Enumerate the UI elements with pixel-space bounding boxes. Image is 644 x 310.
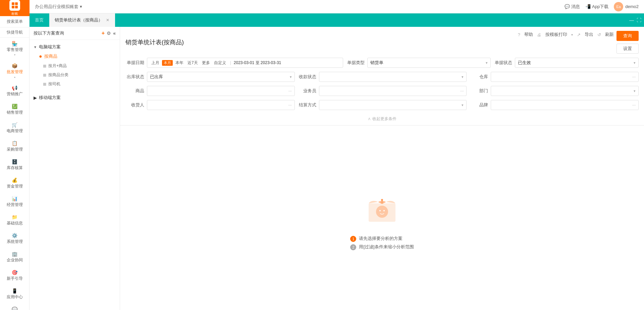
scanner-icon: ▦ <box>43 82 46 86</box>
brand-label: 品牌 <box>469 102 488 108</box>
collapse-panel-btn[interactable]: « <box>113 31 116 36</box>
sidebar-item-purchase[interactable]: 📋 采购管理 <box>0 137 29 156</box>
page-title: 销货单统计表(按商品) <box>125 38 184 46</box>
month-product-icon: ▦ <box>43 64 46 68</box>
add-scheme-btn[interactable]: + <box>102 30 105 36</box>
filter-row-4: 收货人 ··· 结算方式 ▾ 品牌 <box>125 100 639 110</box>
main-area: 办公用品行业模拟账套 ▾ 💬 消息 📲 App下载 Ea demo2 首页 销货… <box>30 0 644 310</box>
sidebar-item-marketing[interactable]: 📢 营销推广 <box>0 82 29 100</box>
user-profile[interactable]: Ea demo2 <box>614 2 639 11</box>
sidebar-item-retail[interactable]: 🏪 零售管理 ▾ <box>0 38 29 60</box>
sidebar-operations-label: 经营管理 <box>7 202 23 208</box>
sidebar-item-finance[interactable]: 💰 资金管理 <box>0 174 29 193</box>
sidebar-item-appcenter[interactable]: 📱 应用中心 <box>0 285 29 303</box>
date-this-month[interactable]: 本月 <box>162 60 173 66</box>
page-header: 销货单统计表(按商品) ? 帮助 🖨 按模板打印 ▾ <box>120 27 644 125</box>
docstatus-label: 单据状态 <box>493 60 512 66</box>
sidebar-item-newbie[interactable]: 🎯 新手引导 <box>0 266 29 285</box>
export-btn-wrap[interactable]: ↗ 导出 <box>577 32 593 38</box>
industry-selector[interactable]: 办公用品行业模拟账套 ▾ <box>35 4 82 10</box>
scheme-by-category[interactable]: ▦ 按商品分类 <box>30 70 120 80</box>
app-logo[interactable]: 标账 <box>0 0 30 16</box>
delivery-input[interactable]: 已出库 ▾ <box>147 72 295 82</box>
brand-input[interactable]: ··· <box>491 100 639 110</box>
sidebar-search-item[interactable]: 搜索菜单 <box>0 16 29 28</box>
empty-hint-2: 2 用[过滤]条件来缩小分析范围 <box>350 244 414 250</box>
message-label: 消息 <box>571 4 580 10</box>
delivery-value: 已出库 <box>150 74 163 80</box>
search-menu-label: 搜索菜单 <box>7 19 23 24</box>
payment-input[interactable]: ▾ <box>319 72 467 82</box>
by-product-label: 按商品 <box>44 53 57 59</box>
message-btn[interactable]: 💬 消息 <box>565 4 580 10</box>
sidebar-item-basic[interactable]: 📁 基础信息 <box>0 211 29 229</box>
mobile-group-header[interactable]: ▶ 移动端方案 <box>30 93 120 102</box>
date-label: 单据日期 <box>125 60 144 66</box>
sidebar-item-wechat[interactable]: 💬 企业微信 <box>0 303 29 310</box>
empty-state: 1 请先选择要分析的方案 2 用[过滤]条件来缩小分析范围 <box>120 125 644 310</box>
settlement-label: 结算方式 <box>298 102 316 108</box>
docstatus-filter-field: 单据状态 已生效 ▾ <box>493 58 639 68</box>
user-name: demo2 <box>625 4 639 9</box>
edit-scheme-btn[interactable]: ⚙ <box>107 31 111 36</box>
salesperson-dots-icon: ··· <box>460 89 464 93</box>
docstatus-arrow-icon: ▾ <box>634 61 636 65</box>
dept-arrow-icon: ▾ <box>634 89 636 93</box>
top-bar-left: 办公用品行业模拟账套 ▾ <box>35 4 82 10</box>
enterprise-icon: 🏢 <box>12 251 17 257</box>
settings-button[interactable]: 设置 <box>616 44 639 54</box>
wechat-icon: 💬 <box>12 307 17 310</box>
sidebar-item-system[interactable]: ⚙️ 系统管理 <box>0 229 29 248</box>
app-download-btn[interactable]: 📲 App下载 <box>585 4 608 10</box>
tab-sales-stat-label: 销货单统计表（按商品） <box>55 17 103 23</box>
tab-close-icon[interactable]: ✕ <box>106 18 109 22</box>
download-label: App下载 <box>592 4 608 10</box>
sidebar-basic-label: 基础信息 <box>7 220 23 226</box>
scheme-by-scanner[interactable]: ▦ 按司机 <box>30 80 120 89</box>
scheme-by-month-product[interactable]: ▦ 按月+商品 <box>30 61 120 70</box>
brand-dots-icon: ··· <box>632 103 636 107</box>
salesperson-input[interactable]: ··· <box>319 86 467 96</box>
date-7days[interactable]: 近7天 <box>186 60 199 66</box>
sidebar-item-sales[interactable]: 💹 销售管理 <box>0 100 29 119</box>
refresh-icon: ↺ <box>597 32 601 37</box>
sidebar-wholesale-label: 批发管理 <box>7 69 23 75</box>
date-last-month[interactable]: 上月 <box>150 60 161 66</box>
tab-maximize-icon[interactable]: ⛶ <box>637 17 641 23</box>
pc-group-label: 电脑端方案 <box>39 44 61 50</box>
print-btn-wrap[interactable]: 🖨 按模板打印 ▾ <box>537 32 573 38</box>
date-more[interactable]: 更多 <box>201 60 211 66</box>
warehouse-input[interactable]: ··· <box>491 72 639 82</box>
tab-sales-stat[interactable]: 销货单统计表（按商品） ✕ <box>49 13 115 27</box>
date-custom[interactable]: 自定义 <box>213 60 227 66</box>
tab-home[interactable]: 首页 <box>30 13 49 27</box>
sidebar-item-ecommerce[interactable]: 🛒 电商管理 <box>0 119 29 137</box>
recipient-label: 收货人 <box>125 102 144 108</box>
svg-point-5 <box>376 206 388 218</box>
dept-input[interactable]: ▾ <box>491 86 639 96</box>
docstatus-input[interactable]: 已生效 ▾ <box>515 58 639 68</box>
sidebar-item-wholesale[interactable]: 📦 批发管理 ▴ <box>0 60 29 82</box>
tab-minimize-icon[interactable]: — <box>629 17 634 23</box>
collapse-button[interactable]: ∧ 收起更多条件 <box>368 116 396 121</box>
query-button[interactable]: 查询 <box>616 31 639 41</box>
sidebar-item-operations[interactable]: 📊 经营管理 <box>0 193 29 211</box>
product-input[interactable]: ··· <box>147 86 295 96</box>
refresh-btn-wrap[interactable]: ↺ 刷新 <box>597 32 614 38</box>
scheme-by-product[interactable]: ● 按商品 <box>30 51 120 61</box>
help-label[interactable]: 帮助 <box>524 32 533 38</box>
date-divider: | <box>230 60 231 65</box>
sidebar-item-inventory[interactable]: 🗄️ 库存核算 <box>0 156 29 174</box>
pc-group-header[interactable]: ▼ 电脑端方案 <box>30 42 120 51</box>
settlement-input[interactable]: ▾ <box>319 100 467 110</box>
date-this-year[interactable]: 本年 <box>174 60 185 66</box>
sidebar-item-enterprise[interactable]: 🏢 企业协同 <box>0 248 29 266</box>
sidebar-enterprise-label: 企业协同 <box>7 257 23 263</box>
print-label: 按模板打印 <box>545 32 567 38</box>
sidebar-quicknav-item[interactable]: 快捷导航 <box>0 28 29 38</box>
date-range-input[interactable]: 上月 本月 本年 近7天 更多 自定义 | 2023-03-01 至 2023-… <box>147 58 343 68</box>
filter-panel: 按以下方案查询 + ⚙ « ▼ 电脑端方案 ● 按商品 ▦ <box>30 27 120 310</box>
recipient-input[interactable]: ··· <box>147 100 295 110</box>
doctype-input[interactable]: 销货单 ▾ <box>367 58 491 68</box>
doctype-filter-field: 单据类型 销货单 ▾ <box>346 58 491 68</box>
